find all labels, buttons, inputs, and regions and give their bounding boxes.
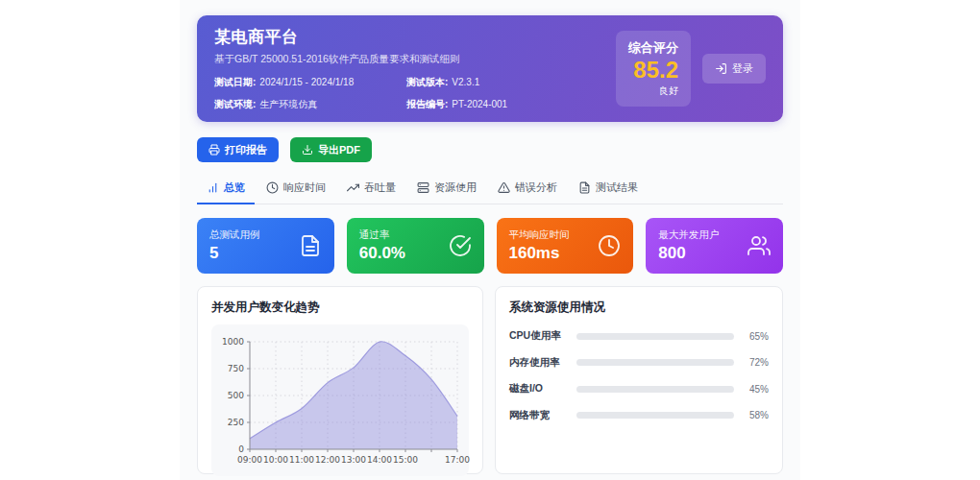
- resource-percent: 65%: [744, 331, 769, 342]
- print-report-button[interactable]: 打印报告: [197, 137, 279, 162]
- svg-text:14:00: 14:00: [367, 455, 392, 465]
- resource-percent: 58%: [744, 410, 769, 420]
- action-bar: 打印报告 导出PDF: [197, 137, 783, 162]
- resource-rows: CPU使用率 65% 内存使用率 72% 磁盘I/O 45% 网络带宽: [509, 329, 769, 422]
- stat-card-max-users: 最大并发用户 800: [646, 218, 783, 274]
- tab-resource-usage[interactable]: 资源使用: [407, 175, 486, 204]
- report-header-info: 某电商平台 基于GB/T 25000.51-2016软件产品质量要求和测试细则 …: [214, 26, 507, 111]
- tab-test-results[interactable]: 测试结果: [569, 175, 648, 204]
- tab-resource-usage-label: 资源使用: [434, 180, 477, 195]
- resource-usage-title: 系统资源使用情况: [509, 300, 769, 316]
- trending-up-icon: [347, 181, 359, 194]
- svg-text:250: 250: [228, 418, 244, 427]
- resource-usage-panel: 系统资源使用情况 CPU使用率 65% 内存使用率 72% 磁盘I/O 45%: [495, 286, 783, 474]
- stat-card-total-cases: 总测试用例 5: [197, 218, 334, 274]
- stat-card-pass-rate: 通过率 60.0%: [347, 218, 484, 274]
- svg-text:09:00: 09:00: [237, 455, 262, 465]
- svg-text:15:00: 15:00: [393, 455, 418, 465]
- report-header-right: 综合评分 85.2 良好 登录: [616, 31, 766, 106]
- report-tabs: 总览 响应时间 吞吐量 资源使用 错误分析: [197, 175, 783, 204]
- check-circle-icon: [449, 234, 472, 257]
- stat-value: 160ms: [509, 244, 570, 263]
- progress-track: [576, 359, 734, 366]
- tab-error-analysis-label: 错误分析: [515, 180, 557, 195]
- progress-track: [576, 412, 734, 419]
- server-icon: [417, 181, 429, 194]
- progress-track: [576, 386, 734, 393]
- login-button[interactable]: 登录: [702, 54, 766, 84]
- download-icon: [302, 144, 313, 156]
- stat-label: 平均响应时间: [509, 228, 570, 242]
- meta-test-env: 测试环境:生产环境仿真: [214, 98, 406, 111]
- svg-text:17:00: 17:00: [445, 455, 470, 465]
- stat-label: 通过率: [359, 228, 405, 242]
- stat-value: 800: [658, 244, 719, 263]
- trend-chart: 0250500750100009:0010:0011:0012:0013:001…: [215, 330, 473, 474]
- stat-cards: 总测试用例 5 通过率 60.0% 平均响应时间 160ms: [197, 218, 783, 274]
- bottom-panels: 并发用户数变化趋势 0250500750100009:0010:0011:001…: [197, 286, 783, 474]
- stat-card-avg-response: 平均响应时间 160ms: [497, 218, 634, 274]
- page-title: 某电商平台: [214, 26, 507, 48]
- users-icon: [747, 234, 771, 257]
- svg-text:0: 0: [238, 444, 244, 454]
- tab-response-time[interactable]: 响应时间: [257, 175, 335, 204]
- document-icon: [299, 234, 322, 257]
- resource-label: 磁盘I/O: [509, 382, 573, 396]
- test-meta: 测试日期:2024/1/15 - 2024/1/18 测试版本:V2.3.1 测…: [214, 76, 507, 111]
- tab-overview[interactable]: 总览: [197, 175, 255, 204]
- tab-overview-label: 总览: [224, 180, 245, 195]
- score-label: 综合评分: [628, 39, 678, 57]
- resource-label: 内存使用率: [509, 356, 573, 370]
- stat-value: 60.0%: [359, 244, 405, 263]
- svg-text:1000: 1000: [222, 337, 244, 347]
- trend-chart-panel: 并发用户数变化趋势 0250500750100009:0010:0011:001…: [197, 286, 483, 474]
- tab-test-results-label: 测试结果: [596, 180, 638, 195]
- report-page: 某电商平台 基于GB/T 25000.51-2016软件产品质量要求和测试细则 …: [180, 0, 800, 480]
- alert-triangle-icon: [498, 181, 510, 194]
- svg-text:11:00: 11:00: [289, 455, 314, 465]
- resource-row-network: 网络带宽 58%: [509, 409, 769, 422]
- report-header: 某电商平台 基于GB/T 25000.51-2016软件产品质量要求和测试细则 …: [197, 15, 783, 122]
- svg-text:12:00: 12:00: [315, 455, 340, 465]
- resource-percent: 72%: [744, 357, 769, 368]
- export-pdf-label: 导出PDF: [318, 143, 360, 157]
- trend-chart-title: 并发用户数变化趋势: [211, 300, 469, 316]
- svg-text:500: 500: [228, 391, 244, 400]
- page-subtitle: 基于GB/T 25000.51-2016软件产品质量要求和测试细则: [214, 53, 507, 66]
- meta-test-date: 测试日期:2024/1/15 - 2024/1/18: [214, 76, 406, 89]
- resource-label: CPU使用率: [509, 329, 573, 343]
- tab-throughput[interactable]: 吞吐量: [337, 175, 405, 204]
- clock-icon: [266, 181, 279, 194]
- resource-row-cpu: CPU使用率 65%: [509, 329, 769, 343]
- score-value: 85.2: [633, 58, 678, 83]
- tab-response-time-label: 响应时间: [283, 180, 326, 195]
- resource-row-disk-io: 磁盘I/O 45%: [509, 382, 769, 396]
- meta-report-no: 报告编号:PT-2024-001: [406, 98, 507, 111]
- svg-text:13:00: 13:00: [341, 455, 366, 465]
- trend-chart-box: 0250500750100009:0010:0011:0012:0013:001…: [211, 324, 469, 476]
- resource-label: 网络带宽: [509, 409, 573, 422]
- svg-text:10:00: 10:00: [263, 455, 288, 465]
- resource-row-memory: 内存使用率 72%: [509, 356, 769, 370]
- progress-track: [576, 333, 734, 340]
- stat-label: 总测试用例: [209, 228, 260, 242]
- clock-icon: [598, 234, 621, 257]
- file-text-icon: [578, 181, 591, 194]
- log-in-icon: [715, 62, 727, 75]
- print-report-label: 打印报告: [225, 143, 267, 157]
- printer-icon: [208, 144, 220, 156]
- meta-test-version: 测试版本:V2.3.1: [406, 76, 507, 89]
- resource-percent: 45%: [744, 384, 769, 395]
- overall-score-box: 综合评分 85.2 良好: [616, 31, 691, 106]
- stat-value: 5: [209, 244, 260, 263]
- score-grade: 良好: [659, 84, 678, 98]
- login-button-label: 登录: [732, 61, 753, 76]
- tab-error-analysis[interactable]: 错误分析: [488, 175, 567, 204]
- export-pdf-button[interactable]: 导出PDF: [290, 137, 372, 162]
- stat-label: 最大并发用户: [658, 228, 719, 242]
- bar-chart-icon: [207, 181, 219, 194]
- tab-throughput-label: 吞吐量: [364, 180, 396, 195]
- svg-text:750: 750: [228, 364, 244, 373]
